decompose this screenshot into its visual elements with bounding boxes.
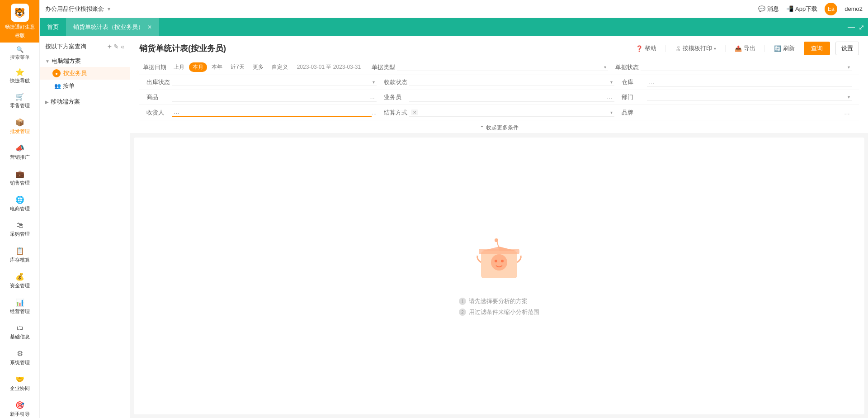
step-1-num: 1 — [459, 298, 466, 305]
tab-home[interactable]: 首页 — [40, 18, 66, 36]
app-download-btn[interactable]: 📲 App下载 — [786, 5, 817, 13]
date-tab-7days[interactable]: 近7天 — [227, 62, 248, 72]
warehouse-select[interactable]: … — [647, 78, 852, 87]
scheme-group-mobile-header[interactable]: ▶ 移动端方案 — [40, 96, 130, 108]
user-avatar[interactable]: Ea — [825, 3, 837, 15]
scheme-add-btn[interactable]: + — [108, 43, 112, 51]
order-status-filter: 单据状态 ▾ — [612, 63, 855, 71]
sidebar-item-ecommerce[interactable]: 🌐 电商管理 — [0, 191, 39, 217]
ecommerce-icon: 🌐 — [15, 195, 24, 204]
order-type-select[interactable]: ▾ — [397, 64, 608, 71]
outbound-label: 出库状态 — [146, 78, 172, 86]
date-tab-more[interactable]: 更多 — [249, 62, 267, 72]
outbound-select[interactable]: ▾ — [172, 79, 377, 86]
sidebar-item-finance[interactable]: 💰 资金管理 — [0, 268, 39, 294]
filter-area: 单据日期 上月 本月 本年 近7天 更多 自定义 2023-03-01 至 20… — [139, 60, 859, 133]
sidebar-item-wholesale[interactable]: 📦 批发管理 — [0, 114, 39, 139]
consignee-more-btn[interactable]: … — [372, 110, 377, 115]
brand-more: … — [844, 109, 850, 116]
sidebar-item-enterprise[interactable]: 🤝 企业协同 — [0, 370, 39, 396]
warehouse-more: … — [649, 79, 655, 86]
tabbar-maximize-btn[interactable]: ⤢ — [859, 23, 864, 32]
date-tab-this-month[interactable]: 本月 — [189, 62, 207, 72]
sidebar-item-newbie[interactable]: 🎯 新手引导 — [0, 396, 39, 418]
empty-illustration — [472, 233, 526, 283]
empty-svg — [472, 233, 526, 283]
scheme-item-by-order[interactable]: 👥 按单 — [40, 80, 130, 92]
order-status-select[interactable]: ▾ — [641, 64, 852, 71]
brand-select[interactable]: … — [647, 108, 852, 117]
date-tab-custom[interactable]: 自定义 — [268, 62, 292, 72]
query-btn[interactable]: 查询 — [804, 42, 830, 55]
sidebar-item-system[interactable]: ⚙ 系统管理 — [0, 345, 39, 370]
date-tab-last-month[interactable]: 上月 — [170, 62, 188, 72]
salesperson-select[interactable]: … — [409, 93, 614, 102]
sidebar-item-sales[interactable]: 💼 销售管理 — [0, 165, 39, 191]
user-name[interactable]: demo2 — [844, 5, 863, 12]
settlement-tag-close[interactable]: ✕ — [413, 110, 416, 115]
scheme-group-desktop: ▼ 电脑端方案 ● 按业务员 👥 按单 — [40, 53, 130, 94]
sidebar-item-label-purchase: 采购管理 — [10, 231, 30, 238]
scheme-group-desktop-header[interactable]: ▼ 电脑端方案 — [40, 55, 130, 67]
sidebar-item-basic[interactable]: 🗂 基础信息 — [0, 319, 39, 345]
empty-state: 1 请先选择要分析的方案 2 用过滤条件来缩小分析范围 — [134, 138, 864, 414]
tab-sales-stat-label: 销货单统计表（按业务员） — [73, 23, 144, 31]
message-btn[interactable]: 💬 消息 — [758, 5, 779, 13]
collapse-filters-btn[interactable]: ⌃ 收起更多条件 — [139, 120, 859, 133]
warehouse-label: 仓库 — [622, 78, 647, 86]
sidebar-item-label-marketing: 营销推广 — [10, 154, 30, 161]
settings-btn[interactable]: 设置 — [835, 42, 859, 55]
scheme-collapse-btn[interactable]: « — [121, 43, 124, 50]
settlement-select[interactable]: ✕ ▾ — [409, 109, 614, 117]
quick-nav-item[interactable]: ⭐ 快捷导航 — [0, 64, 39, 88]
sidebar-item-retail[interactable]: 🛒 零售管理 — [0, 88, 39, 114]
department-filter: 部门 ▾ — [618, 93, 855, 101]
scheme-mobile-arrow: ▶ — [45, 100, 49, 104]
avatar-initials: Ea — [828, 6, 835, 12]
help-label: 帮助 — [645, 44, 656, 52]
brand-label: 品牌 — [622, 109, 647, 117]
tab-home-label: 首页 — [47, 23, 59, 31]
scheme-group-arrow: ▼ — [45, 59, 50, 64]
sidebar-item-label-basic: 基础信息 — [10, 333, 30, 340]
sidebar-item-purchase[interactable]: 🛍 采购管理 — [0, 217, 39, 242]
order-type-arrow: ▾ — [604, 65, 606, 70]
scheme-edit-btn[interactable]: ✎ — [113, 43, 119, 50]
search-menu-item[interactable]: 🔍 搜索菜单 — [0, 43, 39, 64]
finance-icon: 💰 — [15, 272, 24, 281]
sidebar-item-inventory[interactable]: 📋 库存核算 — [0, 242, 39, 268]
sidebar-logo[interactable]: 🐯 畅捷通好生意 标版 — [0, 0, 39, 43]
refresh-btn[interactable]: 🔄 刷新 — [770, 43, 798, 54]
product-filter: 商品 … — [143, 93, 380, 102]
date-tab-this-year[interactable]: 本年 — [208, 62, 226, 72]
order-status-arrow: ▾ — [848, 65, 850, 70]
message-icon: 💬 — [758, 5, 765, 12]
department-label: 部门 — [622, 93, 647, 101]
topbar-dropdown-icon[interactable]: ▾ — [108, 6, 110, 12]
divider-1 — [665, 45, 666, 52]
export-btn[interactable]: 📤 导出 — [731, 43, 759, 54]
consignee-input[interactable] — [172, 108, 372, 117]
product-select[interactable]: … — [172, 93, 377, 102]
date-filter-group: 单据日期 上月 本月 本年 近7天 更多 自定义 2023-03-01 至 20… — [143, 62, 368, 72]
page: 按以下方案查询 + ✎ « ▼ 电脑端方案 ● 按业务员 👥 按 — [40, 36, 868, 418]
scheme-panel: 按以下方案查询 + ✎ « ▼ 电脑端方案 ● 按业务员 👥 按 — [40, 36, 130, 418]
brand-filter: 品牌 … — [618, 108, 855, 117]
sidebar-item-marketing[interactable]: 📣 营销推广 — [0, 139, 39, 165]
tabbar-right: — ⤢ — [848, 23, 868, 32]
print-btn[interactable]: 🖨 按模板打印 ▾ — [671, 43, 720, 54]
help-btn[interactable]: ❓ 帮助 — [632, 43, 660, 54]
tab-sales-stat[interactable]: 销货单统计表（按业务员） ✕ — [66, 18, 159, 36]
scheme-group-mobile-label: 移动端方案 — [51, 98, 80, 106]
payment-select[interactable]: ▾ — [409, 79, 614, 86]
sidebar-item-business[interactable]: 📊 经营管理 — [0, 294, 39, 319]
topbar-right: 💬 消息 📲 App下载 Ea demo2 — [758, 3, 863, 15]
svg-point-2 — [491, 254, 507, 271]
department-select[interactable]: ▾ — [647, 94, 852, 101]
page-header: 销货单统计表(按业务员) ❓ 帮助 🖨 按模板打印 ▾ — [130, 36, 868, 134]
marketing-icon: 📣 — [15, 144, 24, 152]
tabbar-minimize-btn[interactable]: — — [848, 23, 855, 31]
tab-close-icon[interactable]: ✕ — [147, 24, 152, 30]
scheme-item-by-salesperson[interactable]: ● 按业务员 — [40, 67, 130, 80]
content-area: 销货单统计表(按业务员) ❓ 帮助 🖨 按模板打印 ▾ — [130, 36, 868, 418]
